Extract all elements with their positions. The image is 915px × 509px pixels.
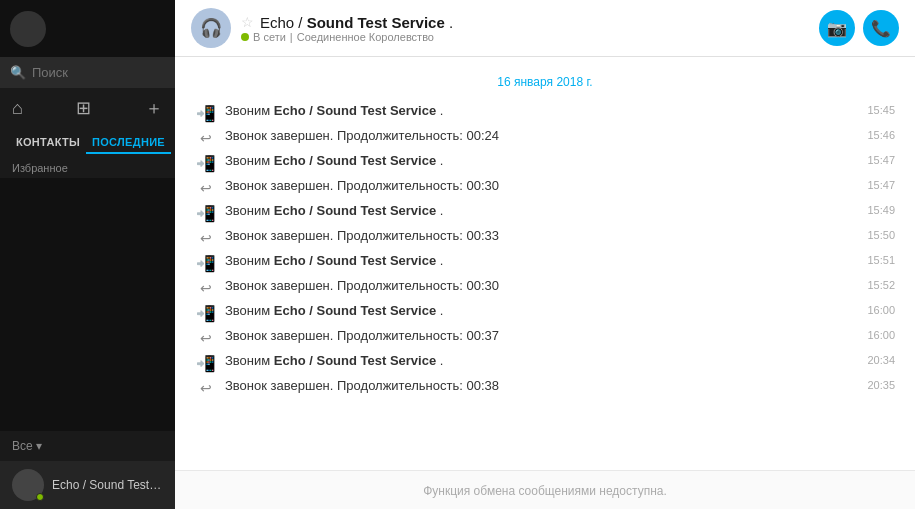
call-prefix: Звоним bbox=[225, 153, 274, 168]
call-out-phone-icon: 📲 bbox=[196, 154, 216, 173]
call-prefix: Звоним bbox=[225, 253, 274, 268]
call-out-phone-icon: 📲 bbox=[196, 204, 216, 223]
chat-header-actions: 📷 📞 bbox=[819, 10, 899, 46]
all-text: Все bbox=[12, 439, 33, 453]
chat-header-left: 🎧 ☆ Echo / Sound Test Service . В сети |… bbox=[191, 8, 453, 48]
call-in-phone-icon: ↩ bbox=[200, 380, 212, 396]
chat-header-info: ☆ Echo / Sound Test Service . В сети | С… bbox=[241, 14, 453, 43]
online-status-dot bbox=[36, 493, 44, 501]
call-contact-name: Echo / Sound Test Service bbox=[274, 303, 436, 318]
voice-call-button[interactable]: 📞 bbox=[863, 10, 899, 46]
message-content: Звоним Echo / Sound Test Service . bbox=[225, 351, 859, 371]
call-in-icon: ↩ bbox=[195, 277, 217, 299]
chat-body: 16 января 2018 г. 📲Звоним Echo / Sound T… bbox=[175, 57, 915, 470]
message-row: 📲Звоним Echo / Sound Test Service .15:49 bbox=[195, 201, 895, 224]
call-completed-text: Звонок завершен. Продолжительность: 00:3… bbox=[225, 228, 499, 243]
sidebar-top bbox=[0, 0, 175, 57]
recent-contact-item[interactable]: Echo / Sound Test Serv... bbox=[0, 461, 175, 509]
call-out-icon: 📲 bbox=[195, 252, 217, 274]
call-in-phone-icon: ↩ bbox=[200, 330, 212, 346]
messages-container: 📲Звоним Echo / Sound Test Service .15:45… bbox=[195, 101, 895, 399]
chat-name-suffix: . bbox=[445, 14, 453, 31]
message-content: Звоним Echo / Sound Test Service . bbox=[225, 151, 859, 171]
footer-note: Функция обмена сообщениями недоступна. bbox=[423, 484, 667, 498]
tab-contacts[interactable]: КОНТАКТЫ bbox=[10, 132, 86, 154]
status-online-dot bbox=[241, 33, 249, 41]
message-time: 15:49 bbox=[867, 204, 895, 216]
search-input[interactable] bbox=[32, 65, 165, 80]
message-row: ↩Звонок завершен. Продолжительность: 00:… bbox=[195, 276, 895, 299]
message-time: 15:50 bbox=[867, 229, 895, 241]
home-icon[interactable]: ⌂ bbox=[12, 98, 23, 119]
tab-recent[interactable]: ПОСЛЕДНИЕ bbox=[86, 132, 171, 154]
add-icon[interactable]: ＋ bbox=[145, 96, 163, 120]
call-out-icon: 📲 bbox=[195, 152, 217, 174]
message-time: 15:51 bbox=[867, 254, 895, 266]
message-time: 16:00 bbox=[867, 304, 895, 316]
call-in-phone-icon: ↩ bbox=[200, 180, 212, 196]
call-prefix: Звоним bbox=[225, 303, 274, 318]
message-content: Звоним Echo / Sound Test Service . bbox=[225, 251, 859, 271]
call-suffix: . bbox=[436, 153, 443, 168]
all-label[interactable]: Все ▾ bbox=[12, 439, 163, 453]
sidebar: 🔍 ⌂ ⊞ ＋ КОНТАКТЫ ПОСЛЕДНИЕ Избранное Все… bbox=[0, 0, 175, 509]
message-content: Звонок завершен. Продолжительность: 00:3… bbox=[225, 176, 859, 196]
call-contact-name: Echo / Sound Test Service bbox=[274, 353, 436, 368]
status-location: Соединенное Королевство bbox=[297, 31, 434, 43]
chat-footer: Функция обмена сообщениями недоступна. bbox=[175, 470, 915, 509]
message-content: Звоним Echo / Sound Test Service . bbox=[225, 301, 859, 321]
call-prefix: Звоним bbox=[225, 103, 274, 118]
message-content: Звоним Echo / Sound Test Service . bbox=[225, 101, 859, 121]
call-in-icon: ↩ bbox=[195, 327, 217, 349]
call-contact-name: Echo / Sound Test Service bbox=[274, 253, 436, 268]
message-time: 15:46 bbox=[867, 129, 895, 141]
message-content: Звонок завершен. Продолжительность: 00:3… bbox=[225, 226, 859, 246]
message-content: Звонок завершен. Продолжительность: 00:2… bbox=[225, 126, 859, 146]
chat-header-title: ☆ Echo / Sound Test Service . bbox=[241, 14, 453, 31]
chat-contact-status: В сети | Соединенное Королевство bbox=[241, 31, 453, 43]
message-row: ↩Звонок завершен. Продолжительность: 00:… bbox=[195, 176, 895, 199]
search-icon: 🔍 bbox=[10, 65, 26, 80]
call-out-phone-icon: 📲 bbox=[196, 254, 216, 273]
call-suffix: . bbox=[436, 303, 443, 318]
main-chat-area: 🎧 ☆ Echo / Sound Test Service . В сети |… bbox=[175, 0, 915, 509]
message-time: 15:47 bbox=[867, 179, 895, 191]
sidebar-tabs: КОНТАКТЫ ПОСЛЕДНИЕ bbox=[0, 128, 175, 154]
call-contact-name: Echo / Sound Test Service bbox=[274, 153, 436, 168]
message-content: Звоним Echo / Sound Test Service . bbox=[225, 201, 859, 221]
message-row: 📲Звоним Echo / Sound Test Service .15:51 bbox=[195, 251, 895, 274]
call-out-icon: 📲 bbox=[195, 302, 217, 324]
contacts-list-area bbox=[0, 178, 175, 431]
call-out-icon: 📲 bbox=[195, 202, 217, 224]
message-row: ↩Звонок завершен. Продолжительность: 00:… bbox=[195, 376, 895, 399]
chat-contact-name: Echo / Sound Test Service . bbox=[260, 14, 453, 31]
call-completed-text: Звонок завершен. Продолжительность: 00:3… bbox=[225, 178, 499, 193]
call-completed-text: Звонок завершен. Продолжительность: 00:3… bbox=[225, 278, 499, 293]
video-call-button[interactable]: 📷 bbox=[819, 10, 855, 46]
call-out-icon: 📲 bbox=[195, 352, 217, 374]
message-content: Звонок завершен. Продолжительность: 00:3… bbox=[225, 376, 859, 396]
message-time: 16:00 bbox=[867, 329, 895, 341]
call-out-phone-icon: 📲 bbox=[196, 104, 216, 123]
call-suffix: . bbox=[436, 203, 443, 218]
headset-icon: 🎧 bbox=[200, 17, 222, 39]
message-row: 📲Звоним Echo / Sound Test Service .16:00 bbox=[195, 301, 895, 324]
status-text: В сети bbox=[253, 31, 286, 43]
message-time: 15:52 bbox=[867, 279, 895, 291]
star-icon[interactable]: ☆ bbox=[241, 14, 254, 30]
phone-icon: 📞 bbox=[871, 19, 891, 38]
chat-header: 🎧 ☆ Echo / Sound Test Service . В сети |… bbox=[175, 0, 915, 57]
chat-name-bold: Sound Test Service bbox=[307, 14, 445, 31]
message-row: 📲Звоним Echo / Sound Test Service .20:34 bbox=[195, 351, 895, 374]
search-bar[interactable]: 🔍 bbox=[0, 57, 175, 88]
call-in-phone-icon: ↩ bbox=[200, 230, 212, 246]
call-completed-text: Звонок завершен. Продолжительность: 00:3… bbox=[225, 378, 499, 393]
favorites-label: Избранное bbox=[0, 154, 175, 178]
message-time: 15:47 bbox=[867, 154, 895, 166]
call-in-icon: ↩ bbox=[195, 127, 217, 149]
message-row: ↩Звонок завершен. Продолжительность: 00:… bbox=[195, 126, 895, 149]
grid-icon[interactable]: ⊞ bbox=[76, 97, 91, 119]
message-row: 📲Звоним Echo / Sound Test Service .15:45 bbox=[195, 101, 895, 124]
message-time: 20:35 bbox=[867, 379, 895, 391]
call-in-icon: ↩ bbox=[195, 177, 217, 199]
